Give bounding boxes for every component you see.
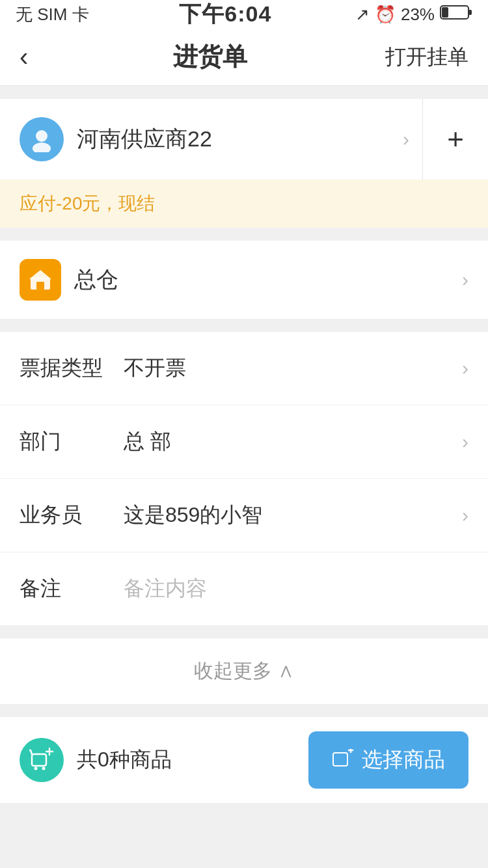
department-chevron: ›	[462, 431, 468, 453]
add-supplier-button[interactable]: +	[423, 99, 488, 180]
bottom-bar: 共0种商品 选择商品	[0, 717, 488, 803]
invoice-type-label: 票据类型	[20, 354, 111, 383]
warehouse-icon	[20, 259, 61, 301]
info-text: 应付-20元，现结	[20, 193, 155, 213]
supplier-section: 河南供应商22 › +	[0, 99, 488, 180]
status-time: 下午6:04	[179, 0, 271, 29]
svg-rect-2	[468, 10, 472, 15]
chevron-right-icon: ›	[403, 128, 409, 150]
salesperson-label: 业务员	[20, 501, 111, 530]
status-left: 无 SIM 卡	[16, 3, 96, 26]
svg-rect-3	[442, 7, 448, 18]
section-gap-1	[0, 86, 488, 99]
status-bar: 无 SIM 卡 下午6:04 ↗ ⏰ 23%	[0, 0, 488, 29]
department-label: 部门	[20, 427, 111, 456]
select-product-button[interactable]: 选择商品	[308, 731, 468, 789]
department-row[interactable]: 部门 总 部 ›	[0, 405, 488, 479]
invoice-type-chevron: ›	[462, 357, 468, 379]
location-icon: ↗	[355, 5, 370, 25]
select-product-label: 选择商品	[362, 746, 445, 774]
warehouse-chevron-icon: ›	[462, 269, 468, 291]
invoice-type-value: 不开票	[111, 354, 462, 383]
warehouse-section[interactable]: 总仓 ›	[0, 241, 488, 319]
carrier-label: 无 SIM 卡	[16, 3, 89, 26]
info-banner: 应付-20元，现结	[0, 180, 488, 228]
invoice-type-row[interactable]: 票据类型 不开票 ›	[0, 332, 488, 405]
salesperson-value: 这是859的小智	[111, 501, 462, 530]
supplier-selector[interactable]: 河南供应商22 ›	[0, 99, 423, 180]
open-pending-button[interactable]: 打开挂单	[385, 43, 468, 72]
salesperson-row[interactable]: 业务员 这是859的小智 ›	[0, 479, 488, 552]
svg-rect-9	[32, 754, 46, 766]
collapse-label: 收起更多 ∧	[194, 658, 293, 685]
alarm-icon: ⏰	[375, 5, 396, 25]
battery-icon	[440, 4, 472, 25]
svg-point-4	[36, 130, 47, 142]
back-button[interactable]: ‹	[13, 36, 34, 78]
supplier-name: 河南供应商22	[77, 124, 390, 154]
svg-point-11	[42, 767, 46, 770]
svg-marker-7	[29, 270, 51, 279]
svg-point-5	[33, 142, 51, 152]
remark-label: 备注	[20, 575, 111, 603]
battery-percent: 23%	[401, 5, 435, 25]
salesperson-chevron: ›	[462, 504, 468, 526]
nav-bar: ‹ 进货单 打开挂单	[0, 29, 488, 86]
warehouse-name: 总仓	[74, 265, 449, 295]
main-content-area	[0, 803, 488, 868]
cart-icon	[20, 738, 64, 782]
product-count-label: 共0种商品	[77, 746, 295, 774]
svg-rect-14	[333, 753, 347, 766]
remark-row[interactable]: 备注 备注内容	[0, 552, 488, 625]
collapse-button[interactable]: 收起更多 ∧	[0, 638, 488, 704]
svg-rect-8	[36, 282, 44, 290]
svg-point-10	[34, 767, 38, 770]
form-section: 票据类型 不开票 › 部门 总 部 › 业务员 这是859的小智 › 备注 备注…	[0, 332, 488, 625]
supplier-avatar	[20, 117, 64, 161]
department-value: 总 部	[111, 427, 462, 456]
remark-input[interactable]: 备注内容	[111, 575, 468, 603]
status-right: ↗ ⏰ 23%	[355, 4, 472, 25]
page-title: 进货单	[173, 40, 247, 74]
